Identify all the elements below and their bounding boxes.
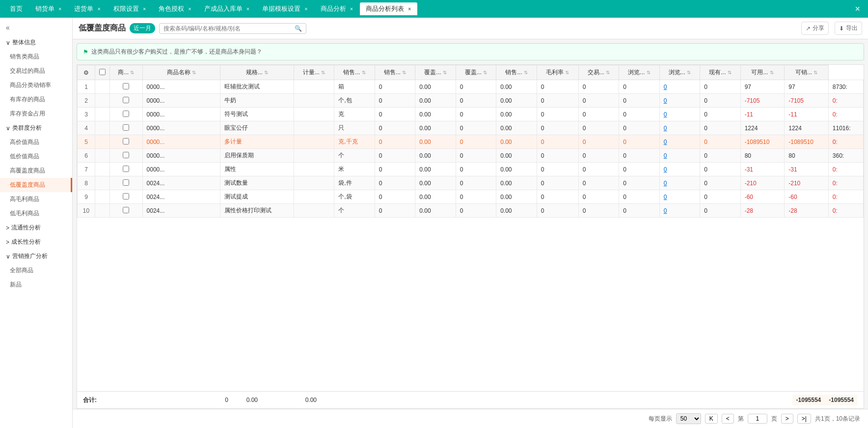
sidebar-item-category-sales-rate[interactable]: 商品分类动销率 <box>0 78 72 92</box>
sidebar-group-marketing-analysis[interactable]: ∨ 营销推广分析 <box>0 249 72 263</box>
row-sales-qty: 0 <box>375 108 415 121</box>
sidebar-item-high-gross[interactable]: 高毛利商品 <box>0 192 72 206</box>
row-browse1[interactable]: 0 <box>659 121 700 135</box>
nav-product-analysis-list[interactable]: 商品分析列表 × <box>360 2 417 15</box>
row-checkbox[interactable] <box>110 204 143 218</box>
search-input[interactable] <box>163 25 293 32</box>
sidebar-group-overall[interactable]: ∨ 整体信息 <box>0 35 72 50</box>
col-trade[interactable]: 交易... ⇅ <box>578 65 619 80</box>
row-browse1[interactable]: 0 <box>659 80 700 94</box>
row-browse1[interactable]: 0 <box>659 135 700 149</box>
row-browse1[interactable]: 0 <box>659 204 700 218</box>
nav-purchase-order[interactable]: 进货单 × <box>68 2 106 15</box>
row-checkbox[interactable] <box>110 149 143 163</box>
sidebar-group-cluster-analysis[interactable]: ∨ 类群度分析 <box>0 121 72 135</box>
sidebar-item-all-products[interactable]: 全部商品 <box>0 263 72 278</box>
close-icon[interactable]: × <box>143 6 146 12</box>
row-current: -28 <box>740 204 785 218</box>
nav-role-auth[interactable]: 角色授权 × <box>153 2 197 15</box>
date-filter-badge[interactable]: 近一月 <box>130 23 155 33</box>
col-unit[interactable]: 计量... ⇅ <box>294 65 334 80</box>
row-checkbox[interactable] <box>110 121 143 135</box>
nav-home[interactable]: 首页 <box>4 2 28 15</box>
row-code: 0024... <box>142 190 220 204</box>
col-browse2[interactable]: 浏览... ⇅ <box>659 65 700 80</box>
search-icon[interactable]: 🔍 <box>295 25 302 32</box>
close-icon[interactable]: × <box>408 6 411 12</box>
row-checkbox[interactable] <box>110 94 143 108</box>
sidebar-item-high-coverage[interactable]: 高覆盖度商品 <box>0 164 72 178</box>
col-sales3[interactable]: 销售... ⇅ <box>496 65 537 80</box>
next-page-button[interactable]: > <box>781 414 793 424</box>
row-checkbox[interactable] <box>110 163 143 176</box>
col-spec[interactable]: 规格... ⇅ <box>220 65 294 80</box>
col-cover1[interactable]: 覆盖... ⇅ <box>415 65 456 80</box>
row-sales-qty: 0 <box>375 163 415 176</box>
row-code: 0000... <box>142 163 220 176</box>
row-name: 启用保质期 <box>220 149 294 163</box>
per-page-select[interactable]: 50 20 100 <box>676 413 701 424</box>
sidebar-item-new-products[interactable]: 新品 <box>0 278 72 292</box>
sidebar-item-low-coverage[interactable]: 低覆盖度商品 <box>0 178 72 192</box>
content-header: 低覆盖度商品 近一月 🔍 ↗ 分享 ⬇ 导出 <box>73 18 868 39</box>
col-sales-amt[interactable]: 销售... ⇅ <box>375 65 415 80</box>
col-sellable[interactable]: 可销... ⇅ <box>785 65 829 80</box>
last-page-button[interactable]: >| <box>797 414 811 424</box>
row-num: 9 <box>78 190 95 204</box>
nav-product-inbound[interactable]: 产成品入库单 × <box>198 2 255 15</box>
sidebar-item-low-gross[interactable]: 低毛利商品 <box>0 206 72 221</box>
close-icon[interactable]: × <box>188 6 191 12</box>
export-button[interactable]: ⬇ 导出 <box>835 22 862 35</box>
close-icon[interactable]: × <box>246 6 249 12</box>
col-gross-rate[interactable]: 毛利率 ⇅ <box>537 65 578 80</box>
col-checkbox[interactable] <box>95 65 110 80</box>
first-page-button[interactable]: K <box>705 414 718 424</box>
nav-template-settings[interactable]: 单据模板设置 × <box>256 2 313 15</box>
sidebar-item-traded-products[interactable]: 交易过的商品 <box>0 64 72 78</box>
share-button[interactable]: ↗ 分享 <box>801 22 829 35</box>
col-name[interactable]: 商品名称 ⇅ <box>142 65 220 80</box>
col-current[interactable]: 现有... ⇅ <box>700 65 740 80</box>
prev-page-button[interactable]: < <box>722 414 734 424</box>
col-code[interactable]: 商... ⇅ <box>110 65 143 80</box>
sidebar-item-stock-capital[interactable]: 库存资金占用 <box>0 107 72 121</box>
row-browse1[interactable]: 0 <box>659 149 700 163</box>
page-number-input[interactable] <box>748 414 767 424</box>
sidebar-group-growth-analysis[interactable]: > 成长性分析 <box>0 235 72 249</box>
row-browse1[interactable]: 0 <box>659 163 700 176</box>
close-icon[interactable]: × <box>350 6 353 12</box>
sidebar-item-high-value[interactable]: 高价值商品 <box>0 135 72 149</box>
nav-product-analysis[interactable]: 商品分析 × <box>315 2 359 15</box>
sidebar-group-flow-analysis[interactable]: > 流通性分析 <box>0 221 72 235</box>
row-checkbox[interactable] <box>110 135 143 149</box>
row-browse1[interactable]: 0 <box>659 190 700 204</box>
col-available[interactable]: 可用... ⇅ <box>740 65 785 80</box>
sidebar-item-sales-products[interactable]: 销售类商品 <box>0 50 72 64</box>
col-settings[interactable]: ⚙ <box>78 65 95 80</box>
select-all-checkbox[interactable] <box>99 69 106 75</box>
row-browse1[interactable]: 0 <box>659 176 700 190</box>
close-icon[interactable]: × <box>304 6 307 12</box>
col-browse1[interactable]: 浏览... ⇅ <box>619 65 659 80</box>
col-sales-qty[interactable]: 销售... ⇅ <box>334 65 375 80</box>
row-browse1[interactable]: 0 <box>659 108 700 121</box>
col-cover2[interactable]: 覆盖... ⇅ <box>456 65 496 80</box>
close-icon[interactable]: × <box>58 6 61 12</box>
row-checkbox[interactable] <box>110 190 143 204</box>
sidebar-collapse-button[interactable]: « <box>4 22 12 33</box>
sidebar: « ∨ 整体信息 销售类商品 交易过的商品 商品分类动销率 有库存的商品 库存资… <box>0 18 73 428</box>
nav-sales-order[interactable]: 销货单 × <box>29 2 67 15</box>
nav-permission-settings[interactable]: 权限设置 × <box>108 2 152 15</box>
row-cover2: 0.00 <box>496 135 537 149</box>
close-icon[interactable]: × <box>97 6 100 12</box>
row-checkbox[interactable] <box>110 80 143 94</box>
row-checkbox[interactable] <box>110 108 143 121</box>
sidebar-item-stocked-products[interactable]: 有库存的商品 <box>0 92 72 107</box>
main-layout: « ∨ 整体信息 销售类商品 交易过的商品 商品分类动销率 有库存的商品 库存资… <box>0 18 868 428</box>
sidebar-item-low-value[interactable]: 低价值商品 <box>0 149 72 164</box>
row-browse1[interactable]: 0 <box>659 94 700 108</box>
close-all-button[interactable]: × <box>851 2 864 16</box>
search-box[interactable]: 🔍 <box>159 23 306 34</box>
row-checkbox[interactable] <box>110 176 143 190</box>
row-cover2: 0.00 <box>496 108 537 121</box>
